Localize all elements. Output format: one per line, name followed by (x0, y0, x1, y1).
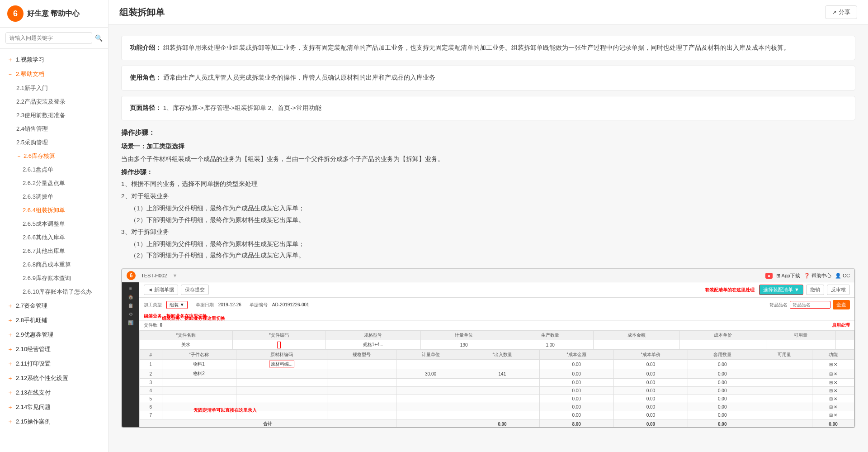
sidebar-item-label: 2.13在线支付 (16, 389, 51, 397)
mock-btn-new[interactable]: ◄ 新增单据 (144, 285, 178, 295)
lower-td-code: 原材料编... (236, 360, 327, 369)
sidebar-item-docs-26[interactable]: － 2.6库存核算 (0, 149, 108, 163)
lower-td-name: 物料2 (162, 369, 236, 379)
sidebar-item-docs-265[interactable]: 2.6.5成本调整单 (0, 217, 108, 231)
search-icon[interactable]: 🔍 (95, 34, 103, 42)
lower-td-action: ⊞ ✕ (812, 369, 854, 379)
lower-td-name: 物料1 (162, 360, 236, 369)
sidebar-item-docs[interactable]: － 2.帮助文档 (0, 67, 108, 81)
form-find-btn[interactable]: 全查 (833, 300, 850, 309)
upper-th-0: *父件名称 (140, 331, 233, 340)
lower-td-no: 2 (140, 369, 162, 379)
sidebar-item-docs-25[interactable]: 2.5采购管理 (0, 136, 108, 149)
plus-icon: ＋ (7, 418, 13, 426)
minus-icon: － (7, 70, 13, 78)
mock-inner: ≡ 🏠 📋 ⚙ 📊 ◄ 新增单据 保存提交 (122, 282, 854, 427)
topbar-store: TEST-H002 (141, 273, 167, 278)
sidebar-item-docs-29[interactable]: ＋ 2.9优惠券管理 (0, 328, 108, 342)
role-text: 通常由生产人员或库管人员完成拆装业务的操作，库管人员确认原材料的出库和产成品的入… (163, 74, 435, 81)
lower-td-cost: 0.00 (539, 360, 613, 369)
lower-td-code-box: 原材料编... (269, 361, 294, 367)
share-button[interactable]: ↗ 分享 (825, 5, 857, 19)
sidebar-item-label: 1.视频学习 (16, 56, 44, 64)
sidebar-subsub-label: 2.6.9库存账本查询 (23, 274, 71, 282)
upper-td-avail (766, 340, 836, 350)
lower-table-row: 40.000.000.00⊞ ✕ (140, 387, 854, 395)
mock-sidebar-icon1: ≡ (129, 286, 132, 291)
sidebar-item-docs-264[interactable]: 2.6.4组装拆卸单 (0, 204, 108, 217)
search-input[interactable] (5, 32, 92, 44)
lower-td-unit: 30.00 (396, 369, 465, 379)
form-date-label: 单据日期 (196, 302, 214, 308)
sidebar-item-docs-2610[interactable]: 2.6.10库存账本错了怎么办 (0, 285, 108, 299)
footer-total-6: 0.00 (812, 419, 854, 428)
sidebar-item-label: 2.12系统个性化设置 (16, 374, 68, 382)
mock-btn-save[interactable]: 保存提交 (181, 285, 209, 295)
lower-td-suit: 0.00 (688, 360, 757, 369)
sidebar-item-docs-263[interactable]: 2.6.3调拨单 (0, 190, 108, 204)
lower-td-price: 0.00 (613, 369, 688, 379)
sidebar-item-docs-24[interactable]: 2.4销售管理 (0, 122, 108, 136)
sidebar-item-label: 2.8手机旺铺 (16, 316, 47, 324)
path-block: 页面路径： 1、库存核算->库存管理->组装拆卸单 2、首页->常用功能 (121, 96, 855, 120)
lower-td-no: 1 (140, 360, 162, 369)
upper-th-7: 可用量 (766, 331, 836, 340)
sidebar-item-label: 2.帮助文档 (16, 70, 44, 78)
lower-th-3: 计量单位 (396, 350, 465, 360)
lower-td-spec (327, 360, 396, 369)
form-find-input[interactable] (790, 301, 830, 309)
annotation-enabled: 启用处理 (832, 322, 850, 328)
ops-steps-label: 操作步骤： (121, 168, 855, 176)
mock-left-sidebar: ≡ 🏠 📋 ⚙ 📊 (122, 282, 139, 427)
mock-btn-cancel[interactable]: 撤销 (806, 285, 824, 295)
topbar-notification: ● (765, 273, 773, 279)
sidebar-item-docs-214[interactable]: ＋ 2.14常见问题 (0, 400, 108, 414)
footer-total-0 (396, 419, 465, 428)
nav-list: ＋ 1.视频学习 － 2.帮助文档 2.1新手入门 2.2产品安装及登录 2.3… (0, 49, 108, 452)
sidebar-item-docs-213[interactable]: ＋ 2.13在线支付 (0, 385, 108, 400)
sidebar-item-docs-268[interactable]: 2.6.8商品成本重算 (0, 258, 108, 271)
sidebar-item-docs-267[interactable]: 2.6.7其他出库单 (0, 244, 108, 258)
sidebar-item-docs-28[interactable]: ＋ 2.8手机旺铺 (0, 313, 108, 328)
sidebar-item-label: 2.11打印设置 (16, 360, 51, 368)
sidebar-item-video[interactable]: ＋ 1.视频学习 (0, 52, 108, 67)
mock-lower-table-container: # *子件名称 原材料编码 规格型号 计量单位 *出入数量 *成本金额 *成本单… (139, 350, 854, 427)
sidebar-item-docs-27[interactable]: ＋ 2.7资金管理 (0, 299, 108, 313)
lower-td-price: 0.00 (613, 360, 688, 369)
upper-td-spec: 规格1+4... (326, 340, 421, 350)
lower-table-row: 30.000.000.00⊞ ✕ (140, 379, 854, 387)
upper-td-name: 关水 (140, 340, 233, 350)
sidebar-subsub-label: 2.6.5成本调整单 (23, 220, 65, 228)
sidebar-item-docs-266[interactable]: 2.6.6其他入库单 (0, 231, 108, 244)
mock-btn-delete[interactable]: 反审核 (827, 285, 850, 295)
sidebar-item-docs-23[interactable]: 2.3使用前数据准备 (0, 109, 108, 122)
sidebar-item-docs-211[interactable]: ＋ 2.11打印设置 (0, 357, 108, 371)
footer-total-label: 合计 (140, 419, 396, 428)
mock-btn-config[interactable]: 选择装配清单 ▼ (759, 285, 803, 295)
sidebar-item-docs-210[interactable]: ＋ 2.10经营管理 (0, 342, 108, 357)
plus-icon: ＋ (7, 360, 13, 368)
lower-th-8: 可用量 (757, 350, 812, 360)
upper-td-unit: 190 (421, 340, 507, 350)
sidebar-item-docs-269[interactable]: 2.6.9库存账本查询 (0, 271, 108, 285)
form-type-select[interactable]: 组装 ▼ (166, 301, 188, 309)
lower-th-no: # (140, 350, 162, 360)
sidebar-item-docs-21[interactable]: 2.1新手入门 (0, 81, 108, 95)
sidebar-item-docs-22[interactable]: 2.2产品安装及登录 (0, 95, 108, 109)
step-subitem: （2）下部明细为子件明细，最终作为产成品生成某它入库单。 (130, 251, 855, 261)
plus-icon: ＋ (7, 345, 13, 353)
sidebar-item-docs-212[interactable]: ＋ 2.12系统个性化设置 (0, 371, 108, 385)
footer-total-4: 0.00 (688, 419, 757, 428)
lower-td-avail (757, 369, 812, 379)
lower-td-action: ⊞ ✕ (812, 360, 854, 369)
sidebar-item-docs-261[interactable]: 2.6.1盘点单 (0, 163, 108, 176)
mock-window: 6 TEST-H002 ▼ ● ⊞ App下载 ❓ 帮助中心 👤 CC ≡ (122, 269, 855, 428)
sidebar-item-docs-262[interactable]: 2.6.2分量盘点单 (0, 176, 108, 190)
sidebar-item-docs-215[interactable]: ＋ 2.15操作案例 (0, 414, 108, 429)
share-icon: ↗ (832, 9, 837, 16)
mock-sidebar-icon2: 🏠 (128, 295, 133, 300)
plus-icon: ＋ (7, 56, 13, 64)
plus-icon: ＋ (7, 331, 13, 339)
upper-th-3: 计量单位 (421, 331, 507, 340)
sidebar-sub-label: 2.1新手入门 (16, 84, 48, 92)
